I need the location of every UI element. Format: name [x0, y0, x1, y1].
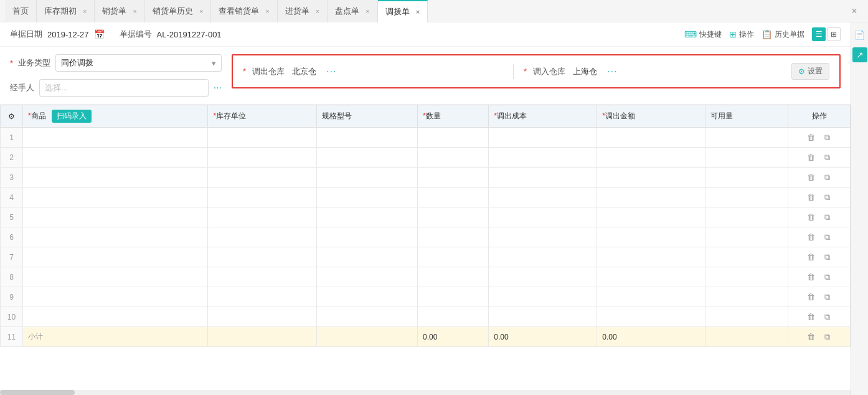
copy-icon-9[interactable]: ⧉ — [821, 291, 834, 303]
row-qty-5[interactable] — [418, 207, 489, 227]
row-amount-8[interactable] — [597, 267, 705, 287]
row-spec-7[interactable] — [316, 247, 417, 267]
row-product-4[interactable] — [23, 188, 208, 207]
th-settings[interactable]: ⚙ — [1, 105, 23, 128]
row-unit-6[interactable] — [208, 227, 316, 247]
scroll-bar[interactable] — [0, 390, 851, 395]
row-amount-5[interactable] — [597, 207, 705, 227]
row-product-3[interactable] — [23, 168, 208, 188]
row-product-2[interactable] — [23, 148, 208, 168]
close-tab-inventory-check[interactable]: × — [366, 7, 369, 15]
copy-icon-6[interactable]: ⧉ — [821, 231, 834, 244]
copy-icon-2[interactable]: ⧉ — [821, 151, 834, 164]
in-warehouse-more-icon[interactable]: ··· — [607, 66, 617, 77]
delete-icon-7[interactable]: 🗑 — [805, 251, 818, 264]
delete-icon-5[interactable]: 🗑 — [805, 211, 818, 224]
copy-icon-5[interactable]: ⧉ — [821, 211, 834, 224]
row-spec-3[interactable] — [316, 168, 417, 188]
row-qty-2[interactable] — [418, 148, 489, 168]
row-amount-6[interactable] — [597, 227, 705, 247]
sidebar-doc-icon[interactable]: 📄 — [852, 27, 867, 42]
close-tab-purchase[interactable]: × — [316, 7, 319, 15]
row-cost-8[interactable] — [489, 267, 597, 287]
delete-icon-9[interactable]: 🗑 — [805, 291, 818, 303]
row-qty-10[interactable] — [418, 307, 489, 327]
close-tab-sales-order[interactable]: × — [133, 7, 136, 15]
row-product-10[interactable] — [23, 307, 208, 327]
row-spec-8[interactable] — [316, 267, 417, 287]
close-all-tabs[interactable]: × — [846, 2, 863, 20]
delete-icon-1[interactable]: 🗑 — [805, 131, 818, 144]
handler-select[interactable]: 选择... — [39, 79, 209, 97]
tab-transfer[interactable]: 调拨单 × — [378, 0, 428, 22]
calendar-icon[interactable]: 📅 — [94, 29, 105, 39]
close-tab-view-sales[interactable]: × — [265, 7, 269, 15]
delete-icon-2[interactable]: 🗑 — [805, 151, 818, 164]
copy-icon-1[interactable]: ⧉ — [821, 131, 834, 144]
row-qty-6[interactable] — [418, 227, 489, 247]
business-type-select[interactable]: 同价调拨 ▾ — [55, 54, 222, 72]
row-qty-3[interactable] — [418, 168, 489, 188]
layout-grid-icon[interactable]: ⊞ — [827, 27, 841, 41]
subtotal-copy-icon[interactable]: ⧉ — [821, 331, 834, 343]
tab-purchase[interactable]: 进货单 × — [278, 0, 328, 22]
row-unit-1[interactable] — [208, 128, 316, 148]
operate-action[interactable]: ⊞ 操作 — [729, 29, 754, 40]
row-product-5[interactable] — [23, 207, 208, 227]
row-unit-10[interactable] — [208, 307, 316, 327]
copy-icon-10[interactable]: ⧉ — [821, 311, 834, 323]
row-available-5[interactable] — [705, 207, 788, 227]
row-amount-7[interactable] — [597, 247, 705, 267]
sidebar-export-icon[interactable]: ↗ — [852, 47, 867, 62]
row-product-7[interactable] — [23, 247, 208, 267]
row-spec-2[interactable] — [316, 148, 417, 168]
settings-button[interactable]: ⚙ 设置 — [791, 63, 829, 80]
row-cost-4[interactable] — [489, 188, 597, 207]
row-qty-4[interactable] — [418, 188, 489, 207]
shortcut-action[interactable]: ⌨ 快捷键 — [684, 29, 722, 40]
row-available-2[interactable] — [705, 148, 788, 168]
out-warehouse-more-icon[interactable]: ··· — [326, 66, 336, 77]
row-cost-9[interactable] — [489, 287, 597, 307]
row-available-6[interactable] — [705, 227, 788, 247]
row-unit-2[interactable] — [208, 148, 316, 168]
subtotal-delete-icon[interactable]: 🗑 — [805, 331, 818, 343]
scan-button[interactable]: 扫码录入 — [52, 110, 92, 123]
row-qty-7[interactable] — [418, 247, 489, 267]
copy-icon-3[interactable]: ⧉ — [821, 171, 834, 184]
row-cost-7[interactable] — [489, 247, 597, 267]
row-available-10[interactable] — [705, 307, 788, 327]
row-unit-7[interactable] — [208, 247, 316, 267]
row-product-6[interactable] — [23, 227, 208, 247]
tab-inventory-init[interactable]: 库存期初 × — [37, 0, 95, 22]
row-unit-5[interactable] — [208, 207, 316, 227]
row-available-8[interactable] — [705, 267, 788, 287]
row-amount-4[interactable] — [597, 188, 705, 207]
delete-icon-6[interactable]: 🗑 — [805, 231, 818, 244]
copy-icon-7[interactable]: ⧉ — [821, 251, 834, 264]
delete-icon-3[interactable]: 🗑 — [805, 171, 818, 184]
row-product-8[interactable] — [23, 267, 208, 287]
close-tab-sales-history[interactable]: × — [199, 7, 203, 15]
row-spec-10[interactable] — [316, 307, 417, 327]
row-amount-1[interactable] — [597, 128, 705, 148]
delete-icon-10[interactable]: 🗑 — [805, 311, 818, 323]
row-available-7[interactable] — [705, 247, 788, 267]
delete-icon-4[interactable]: 🗑 — [805, 191, 818, 204]
tab-view-sales[interactable]: 查看销货单 × — [211, 0, 277, 22]
row-cost-5[interactable] — [489, 207, 597, 227]
row-unit-8[interactable] — [208, 267, 316, 287]
scroll-thumb[interactable] — [0, 390, 75, 395]
row-amount-10[interactable] — [597, 307, 705, 327]
row-cost-10[interactable] — [489, 307, 597, 327]
close-tab-inventory-init[interactable]: × — [83, 7, 87, 15]
row-cost-3[interactable] — [489, 168, 597, 188]
row-qty-8[interactable] — [418, 267, 489, 287]
tab-home[interactable]: 首页 — [5, 0, 37, 22]
row-cost-6[interactable] — [489, 227, 597, 247]
row-unit-9[interactable] — [208, 287, 316, 307]
row-available-9[interactable] — [705, 287, 788, 307]
history-action[interactable]: 📋 历史单据 — [762, 29, 804, 40]
row-product-9[interactable] — [23, 287, 208, 307]
row-available-1[interactable] — [705, 128, 788, 148]
